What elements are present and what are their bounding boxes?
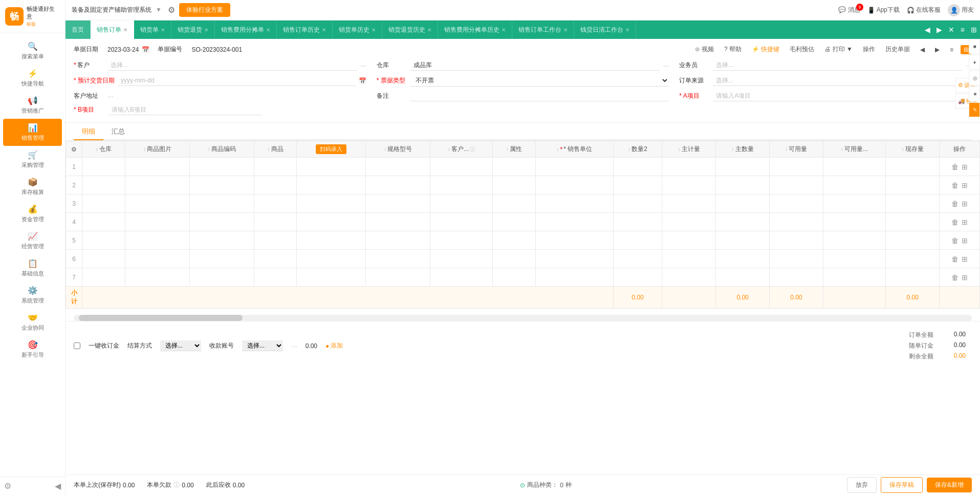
add-payment-btn[interactable]: ● 添加: [325, 341, 343, 350]
tab-refund-history-close[interactable]: ✕: [427, 27, 431, 33]
copy-row-7-btn[interactable]: ⊞: [962, 273, 968, 282]
sidebar-item-basic[interactable]: 📋 基础信息: [0, 254, 65, 282]
tab-sales-refund[interactable]: 销货退货 ✕: [171, 20, 215, 39]
tab-cash-workbench[interactable]: 钱贷日清工作台 ✕: [574, 20, 636, 39]
tab-order-history[interactable]: 销售订单历史 ✕: [277, 20, 333, 39]
account-select[interactable]: 选择...: [242, 340, 283, 351]
delete-row-7-btn[interactable]: 🗑: [951, 273, 959, 282]
right-btn-4[interactable]: ★: [969, 87, 980, 101]
th-scan[interactable]: 扫码录入: [297, 141, 366, 158]
a-project-input[interactable]: [713, 91, 972, 101]
tab-list-btn[interactable]: ≡: [957, 26, 968, 34]
cell-spec-6[interactable]: [366, 250, 430, 268]
cell-main-qty-4[interactable]: [716, 213, 770, 231]
cell-product-5[interactable]: [254, 231, 297, 250]
history-btn[interactable]: 历史单据: [882, 44, 913, 55]
cell-warehouse-2[interactable]: [82, 176, 125, 195]
cell-scan-7[interactable]: [297, 268, 366, 287]
sidebar-item-inventory[interactable]: 📦 库存核算: [0, 173, 65, 200]
cell-qty2-6[interactable]: [613, 250, 662, 268]
action-button[interactable]: 体验行业方案: [179, 3, 230, 17]
cell-avail-1[interactable]: [770, 158, 823, 176]
sidebar-item-marketing[interactable]: 📢 营销推广: [0, 92, 65, 119]
cell-product-6[interactable]: [254, 250, 297, 268]
cell-cust-code-1[interactable]: [430, 158, 492, 176]
cell-scan-6[interactable]: [297, 250, 366, 268]
copy-row-5-btn[interactable]: ⊞: [962, 236, 968, 245]
tab-home[interactable]: 首页: [66, 20, 91, 39]
cell-main-qty-6[interactable]: [716, 250, 770, 268]
cell-unit-1[interactable]: [536, 158, 614, 176]
cell-main-qty-1[interactable]: [716, 158, 770, 176]
cell-avail-5[interactable]: [770, 231, 823, 250]
tab-summary[interactable]: 汇总: [103, 124, 133, 140]
cell-unit-7[interactable]: [536, 268, 614, 287]
cell-warehouse-3[interactable]: [82, 195, 125, 213]
cell-cust-code-6[interactable]: [430, 250, 492, 268]
table-scroll[interactable]: ⚙ ↕仓库 ↕商品图片 ↕商品编码 ↕商品: [66, 141, 980, 315]
sidebar-item-corp[interactable]: 🤝 企业协同: [0, 309, 65, 336]
cell-cust-code-5[interactable]: [430, 231, 492, 250]
cell-code-5[interactable]: [189, 231, 254, 250]
delete-row-3-btn[interactable]: 🗑: [951, 200, 959, 208]
remarks-input[interactable]: [410, 91, 669, 101]
cell-main-unit-5[interactable]: [662, 231, 716, 250]
delete-row-2-btn[interactable]: 🗑: [951, 181, 959, 189]
cell-main-unit-1[interactable]: [662, 158, 716, 176]
cell-avail-3[interactable]: [770, 195, 823, 213]
cell-stock-7[interactable]: [886, 268, 940, 287]
cell-unit-5[interactable]: [536, 231, 614, 250]
right-btn-1[interactable]: ■: [969, 39, 980, 54]
delete-row-4-btn[interactable]: 🗑: [951, 218, 959, 226]
b-project-input[interactable]: [108, 104, 262, 115]
tab-detail[interactable]: 明细: [74, 124, 103, 140]
nav-prev-btn[interactable]: ◀: [917, 45, 928, 54]
cell-spec-7[interactable]: [366, 268, 430, 287]
cell-avail-4[interactable]: [770, 213, 823, 231]
cell-attr-1[interactable]: [493, 158, 536, 176]
cell-main-unit-2[interactable]: [662, 176, 716, 195]
cell-attr-5[interactable]: [493, 231, 536, 250]
cell-qty2-1[interactable]: [613, 158, 662, 176]
video-btn[interactable]: ⊙ 视频: [692, 44, 717, 55]
cell-cust-code-7[interactable]: [430, 268, 492, 287]
copy-row-4-btn[interactable]: ⊞: [962, 218, 968, 226]
cell-code-7[interactable]: [189, 268, 254, 287]
sidebar-item-sales[interactable]: 📊 销售管理: [3, 119, 62, 146]
sidebar-item-purchase[interactable]: 🛒 采购管理: [0, 146, 65, 173]
copy-row-3-btn[interactable]: ⊞: [962, 200, 968, 208]
header-dropdown-icon[interactable]: ▼: [156, 6, 164, 14]
customer-dots[interactable]: ···: [360, 61, 366, 70]
cell-img-2[interactable]: [125, 176, 189, 195]
tab-expense-history-close[interactable]: ✕: [502, 27, 506, 33]
tab-return-history[interactable]: 销货单历史 ✕: [333, 20, 382, 39]
cell-product-7[interactable]: [254, 268, 297, 287]
cell-unit-3[interactable]: [536, 195, 614, 213]
cell-main-qty-3[interactable]: [716, 195, 770, 213]
scan-btn[interactable]: 扫码录入: [316, 144, 346, 154]
tab-expand-btn[interactable]: ⊞: [968, 26, 980, 34]
cell-attr-4[interactable]: [493, 213, 536, 231]
cell-img-5[interactable]: [125, 231, 189, 250]
tab-sales-refund-close[interactable]: ✕: [204, 27, 208, 33]
th-gear[interactable]: ⚙: [66, 141, 82, 158]
cell-product-3[interactable]: [254, 195, 297, 213]
tab-sales-return[interactable]: 销货单 ✕: [134, 20, 171, 39]
cell-qty2-3[interactable]: [613, 195, 662, 213]
tab-sales-return-close[interactable]: ✕: [161, 27, 165, 33]
tab-sales-order-close[interactable]: ✕: [123, 27, 127, 33]
cell-product-1[interactable]: [254, 158, 297, 176]
sidebar-item-quick[interactable]: ⚡ 快捷导航: [0, 64, 65, 92]
cell-spec-4[interactable]: [366, 213, 430, 231]
tab-close-all-btn[interactable]: ✕: [945, 26, 957, 34]
cell-spec-5[interactable]: [366, 231, 430, 250]
cell-spec-2[interactable]: [366, 176, 430, 195]
cell-spec-1[interactable]: [366, 158, 430, 176]
cell-avail2-1[interactable]: [823, 158, 885, 176]
cell-warehouse-6[interactable]: [82, 250, 125, 268]
cell-attr-2[interactable]: [493, 176, 536, 195]
message-badge[interactable]: 💬 9 消息: [838, 6, 860, 14]
cell-unit-2[interactable]: [536, 176, 614, 195]
delivery-input[interactable]: [118, 75, 356, 86]
header-gear-icon[interactable]: ⚙: [168, 5, 175, 15]
